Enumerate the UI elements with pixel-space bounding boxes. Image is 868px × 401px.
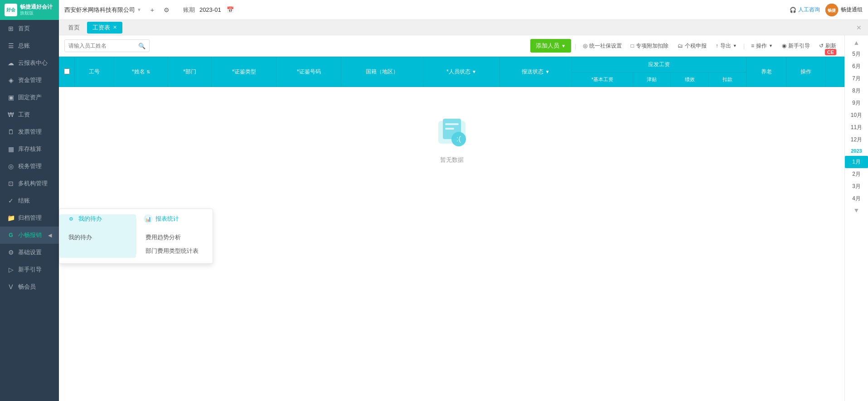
settings-btn[interactable]: ⚙ [161,5,172,15]
guide-icon: ▷ [7,266,15,273]
sidebar-item-archive[interactable]: 📁 归档管理 [0,209,59,227]
month-item-2022-7[interactable]: 7月 [845,72,868,85]
sidebar-item-cloud-report[interactable]: ☁ 云报表中心 [0,54,59,72]
th-total: 养老 [747,57,786,87]
month-item-2022-8[interactable]: 8月 [845,85,868,97]
cloud-icon: ☁ [7,59,15,67]
add-person-btn[interactable]: 添加人员 ▼ [530,39,571,53]
month-item-2022-11[interactable]: 11月 [845,121,868,134]
membership-icon: V [7,283,15,290]
guide-help-icon: ◉ [782,43,786,49]
company-selector[interactable]: 西安虾米网络科技有限公司 ▼ [64,6,141,14]
sidebar-item-membership[interactable]: V 畅会员 [0,278,59,295]
month-item-2023-3[interactable]: 3月 [845,180,868,193]
submenu-arrow-icon: ◀ [48,232,52,238]
report-icon: 📊 [144,214,153,223]
sidebar-item-new-guide[interactable]: ▷ 新手引导 [0,261,59,278]
sidebar-item-fixed-assets[interactable]: ▣ 固定资产 [0,89,59,106]
baoxiao-icon: G [7,232,15,239]
month-nav-down[interactable]: ▼ [845,205,868,216]
new-guide-action-btn[interactable]: ◉ 新手引导 [779,42,813,50]
headphone-icon: 🎧 [790,7,796,13]
export-dropdown-icon: ▼ [733,43,737,48]
add-person-label: 添加人员 [536,42,559,50]
svg-text::(: :( [456,135,461,143]
svg-rect-4 [445,123,459,125]
th-report-status: 报送状态 ▼ [499,57,572,87]
tab-close-right-btn[interactable]: ✕ [853,22,864,33]
month-item-2023-1[interactable]: 1月 [845,156,868,168]
month-nav-up[interactable]: ▲ [845,37,868,48]
operations-btn[interactable]: ≡ 操作 ▼ [748,42,776,50]
social-insurance-btn[interactable]: ◎ 统一社保设置 [580,42,625,50]
sort-name-icon[interactable]: ⇅ [146,69,150,74]
toolbar-sep2: | [743,43,745,49]
sidebar-item-tax[interactable]: ◎ 税务管理 [0,158,59,175]
submenu-item-trend[interactable]: 费用趋势分析 [144,231,206,244]
avatar: 畅捷 [825,4,838,16]
th-nationality: 国籍（地区） [341,57,423,87]
month-item-2023-2[interactable]: 2月 [845,168,868,180]
th-pension: 操作 [786,57,825,87]
social-insurance-icon: ◎ [583,43,587,49]
individual-tax-btn[interactable]: 🗂 个税申报 [675,42,709,50]
tab-close-btn[interactable]: ✕ [113,24,117,30]
deduction-icon: □ [631,43,634,49]
company-name-text: 西安虾米网络科技有限公司 [64,6,135,14]
submenu-report-title: 📊 报表统计 [144,214,206,226]
status-filter-icon[interactable]: ▼ [472,69,476,74]
month-item-2022-10[interactable]: 10月 [845,109,868,121]
select-all-checkbox[interactable] [64,68,70,74]
search-input[interactable] [68,43,136,49]
settings-icon: ⚙ [7,249,15,256]
ledger-icon: ☰ [7,42,15,49]
sidebar: 好会 畅捷通好会计 旗舰版 ⊞ 首页 ☰ 总账 ☁ 云报表中心 ◈ 资金管理 ▣… [0,0,59,401]
org-icon: ⊡ [7,180,15,187]
month-item-2022-5[interactable]: 5月 [845,48,868,60]
export-btn[interactable]: ↑ 导出 ▼ [713,42,740,50]
month-item-2023-4[interactable]: 4月 [845,193,868,205]
year-label-2023: 2023 [845,146,868,156]
logo-icon: 好会 [5,4,17,16]
service-btn[interactable]: 🎧 人工咨询 [790,6,820,14]
sidebar-item-general-ledger[interactable]: ☰ 总账 [0,37,59,54]
operations-icon: ≡ [751,43,754,49]
submenu-item-dept-stats[interactable]: 部门费用类型统计表 [144,244,206,258]
sidebar-item-invoice[interactable]: 🗒 发票管理 [0,123,59,140]
sidebar-item-home[interactable]: ⊞ 首页 [0,20,59,37]
toolbar-sep1: | [575,43,576,49]
tab-home[interactable]: 首页 [63,22,85,34]
month-item-2022-12[interactable]: 12月 [845,134,868,146]
month-item-2022-6[interactable]: 6月 [845,60,868,72]
period-label: 账期 [183,6,195,14]
sidebar-item-fund[interactable]: ◈ 资金管理 [0,72,59,89]
sidebar-item-inventory[interactable]: ▦ 库存核算 [0,140,59,158]
tab-salary[interactable]: 工资表 ✕ [87,22,122,34]
sidebar-item-basic-settings[interactable]: ⚙ 基础设置 [0,244,59,261]
user-menu[interactable]: 畅捷 畅捷通组 [825,4,863,16]
add-company-btn[interactable]: + [147,5,158,15]
sidebar-item-xiaochang-baoxiao[interactable]: G 小畅报销 ◀ [0,227,59,244]
submenu-todo-title: ⚙ 我的待办 [67,214,129,226]
special-deduction-btn[interactable]: □ 专项附加扣除 [628,42,671,50]
topbar-right: 🎧 人工咨询 畅捷 畅捷通组 [790,4,863,16]
sidebar-item-settlement[interactable]: ✓ 结账 [0,192,59,209]
month-item-2022-9[interactable]: 9月 [845,97,868,109]
th-checkbox[interactable] [59,57,75,87]
main-area: 西安虾米网络科技有限公司 ▼ + ⚙ 账期 2023-01 📅 🎧 人工咨询 畅… [59,0,868,401]
calendar-icon[interactable]: 📅 [225,5,236,15]
sidebar-item-salary[interactable]: ₩ 工资 [0,106,59,123]
toolbar-actions: 添加人员 ▼ | ◎ 统一社保设置 □ 专项附加扣除 🗂 个税申报 [530,39,839,53]
sidebar-item-multi-org[interactable]: ⊡ 多机构管理 [0,175,59,192]
report-filter-icon[interactable]: ▼ [545,69,550,74]
submenu-popup: ⚙ 我的待办 我的待办 📊 报表统计 费用趋势分析 部门费用类型统计表 [59,208,213,264]
invoice-icon: 🗒 [7,128,15,135]
submenu-item-my-todo[interactable]: 我的待办 [67,231,129,244]
refresh-btn[interactable]: ↺ 刷新 [816,42,839,50]
th-ops [826,57,844,87]
app-name: 畅捷通好会计 [20,4,53,10]
fund-icon: ◈ [7,77,15,84]
salary-table: 工号 *姓名 ⇅ *部门 *证鉴类型 *证鉴号码 国籍（地区） *人员状态 [59,57,844,87]
ce-badge: CE [825,49,836,55]
empty-icon: :( [434,114,470,150]
